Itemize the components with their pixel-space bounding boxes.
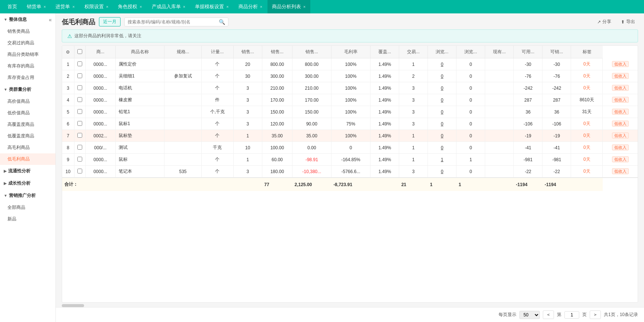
scrollbar-thumb[interactable] xyxy=(62,304,84,307)
col-stock-current[interactable]: 现有... xyxy=(485,46,514,58)
row-trade[interactable]: 0 xyxy=(428,118,456,130)
collapse-icon[interactable]: « xyxy=(49,17,52,23)
row-checkbox[interactable] xyxy=(74,58,85,70)
row-select-checkbox[interactable] xyxy=(77,145,82,150)
col-code[interactable]: 商... xyxy=(85,46,115,58)
col-gross-rate[interactable]: 毛利率 xyxy=(331,46,370,58)
col-settings[interactable]: ⚙ xyxy=(62,46,74,58)
close-icon[interactable]: × xyxy=(260,4,262,9)
row-checkbox[interactable] xyxy=(74,94,85,106)
col-stock-saleable[interactable]: 可销... xyxy=(542,46,571,58)
trade-link[interactable]: 0 xyxy=(441,121,443,127)
close-icon[interactable]: × xyxy=(44,4,46,9)
sidebar-group-growth[interactable]: ▶ 成长性分析 xyxy=(0,177,55,189)
sidebar-item-high-gross[interactable]: 高毛利商品 xyxy=(0,142,55,153)
col-amount[interactable]: 销售... xyxy=(292,46,331,58)
row-trade[interactable]: 0 xyxy=(428,130,456,142)
row-checkbox[interactable] xyxy=(74,118,85,130)
row-trade[interactable]: 0 xyxy=(428,94,456,106)
col-browse1[interactable]: 浏览... xyxy=(428,46,456,58)
sidebar-item-new-products[interactable]: 新品 xyxy=(0,213,55,225)
sidebar-item-all-products[interactable]: 全部商品 xyxy=(0,202,55,213)
sidebar-item-low-coverage[interactable]: 低覆盖度商品 xyxy=(0,130,55,142)
sidebar-item-category-rate[interactable]: 商品分类助销率 xyxy=(0,49,55,60)
nav-template[interactable]: 单据模板设置 × xyxy=(190,0,233,13)
nav-product-entry[interactable]: 产成品入库单 × xyxy=(147,0,190,13)
nav-permissions[interactable]: 权限设置 × xyxy=(80,0,113,13)
col-name[interactable]: 商品名称 xyxy=(115,46,164,58)
close-icon[interactable]: × xyxy=(303,4,305,9)
page-number-input[interactable] xyxy=(564,311,579,319)
trade-link[interactable]: 0 xyxy=(441,86,443,91)
close-icon[interactable]: × xyxy=(183,4,185,9)
nav-product-analysis[interactable]: 商品分析 × xyxy=(234,0,267,13)
nav-home[interactable]: 首页 xyxy=(3,0,22,13)
sidebar-group-marketing[interactable]: ▼ 营销推广分析 xyxy=(0,189,55,202)
horizontal-scrollbar[interactable] xyxy=(62,304,638,307)
nav-roles[interactable]: 角色授权 × xyxy=(113,0,146,13)
trade-link[interactable]: 0 xyxy=(441,74,443,79)
trade-link[interactable]: 0 xyxy=(441,169,443,174)
row-trade[interactable]: 0 xyxy=(428,58,456,70)
sidebar-item-in-stock[interactable]: 有库存的商品 xyxy=(0,60,55,72)
sidebar-item-sales-products[interactable]: 销售类商品 xyxy=(0,26,55,37)
sidebar-group-cluster[interactable]: ▼ 类群量分析 xyxy=(0,83,55,96)
col-browse2[interactable]: 浏览... xyxy=(456,46,485,58)
col-price[interactable]: 销售... xyxy=(262,46,292,58)
nav-product-analysis-list[interactable]: 商品分析列表 × xyxy=(267,0,310,13)
row-select-checkbox[interactable] xyxy=(77,157,82,162)
row-trade[interactable]: 1 xyxy=(428,154,456,166)
nav-purchase[interactable]: 进货单 × xyxy=(51,0,79,13)
col-tag[interactable]: 标签 xyxy=(571,46,603,58)
row-select-checkbox[interactable] xyxy=(77,73,82,78)
sidebar-item-high-value[interactable]: 高价值商品 xyxy=(0,96,55,107)
row-trade[interactable]: 0 xyxy=(428,142,456,154)
col-checkbox[interactable] xyxy=(74,46,85,58)
row-select-checkbox[interactable] xyxy=(77,133,82,138)
row-select-checkbox[interactable] xyxy=(77,169,82,173)
col-trade[interactable]: 交易... xyxy=(399,46,428,58)
select-all-checkbox[interactable] xyxy=(77,49,82,54)
sidebar-group-overall[interactable]: ▼ 整体信息 « xyxy=(0,13,55,26)
row-checkbox[interactable] xyxy=(74,154,85,166)
trade-link[interactable]: 0 xyxy=(441,145,443,150)
col-unit[interactable]: 计量... xyxy=(201,46,233,58)
row-trade[interactable]: 0 xyxy=(428,106,456,118)
row-checkbox[interactable] xyxy=(74,106,85,118)
share-button[interactable]: ↗ 分享 xyxy=(594,17,614,26)
trade-link[interactable]: 0 xyxy=(441,133,443,138)
row-select-checkbox[interactable] xyxy=(77,61,82,66)
sidebar-item-low-gross[interactable]: 低毛利商品 xyxy=(0,153,55,165)
data-table-container[interactable]: ⚙ 商... 商品名称 规格... 计量... 销售... 销售... 销售..… xyxy=(62,45,638,303)
close-icon[interactable]: × xyxy=(72,4,74,9)
trade-link[interactable]: 0 xyxy=(441,62,443,67)
row-select-checkbox[interactable] xyxy=(77,97,82,102)
sidebar-group-circulation[interactable]: ▶ 流通性分析 xyxy=(0,165,55,177)
close-icon[interactable]: × xyxy=(140,4,142,9)
sidebar-item-capital[interactable]: 库存资金占用 xyxy=(0,72,55,83)
trade-link[interactable]: 0 xyxy=(441,98,443,103)
row-select-checkbox[interactable] xyxy=(77,121,82,126)
row-trade[interactable]: 0 xyxy=(428,82,456,94)
col-qty[interactable]: 销售... xyxy=(233,46,262,58)
row-checkbox[interactable] xyxy=(74,166,85,178)
row-checkbox[interactable] xyxy=(74,82,85,94)
search-input[interactable] xyxy=(128,19,217,25)
col-coverage[interactable]: 覆盖... xyxy=(371,46,399,58)
trade-link[interactable]: 0 xyxy=(441,109,443,115)
search-icon[interactable]: 🔍 xyxy=(219,19,225,25)
row-select-checkbox[interactable] xyxy=(77,85,82,90)
sidebar-item-low-value[interactable]: 低价值商品 xyxy=(0,107,55,119)
row-trade[interactable]: 0 xyxy=(428,70,456,82)
next-page-button[interactable]: ＞ xyxy=(590,310,601,319)
row-trade[interactable]: 0 xyxy=(428,166,456,178)
col-spec[interactable]: 规格... xyxy=(164,46,202,58)
nav-sales[interactable]: 销货单 × xyxy=(22,0,50,13)
close-icon[interactable]: × xyxy=(106,4,108,9)
filter-recent-month-button[interactable]: 近一月 xyxy=(99,17,121,26)
row-checkbox[interactable] xyxy=(74,70,85,82)
sidebar-item-traded[interactable]: 交易过的商品 xyxy=(0,37,55,49)
close-icon[interactable]: × xyxy=(226,4,228,9)
row-checkbox[interactable] xyxy=(74,130,85,142)
trade-link[interactable]: 1 xyxy=(441,157,443,162)
